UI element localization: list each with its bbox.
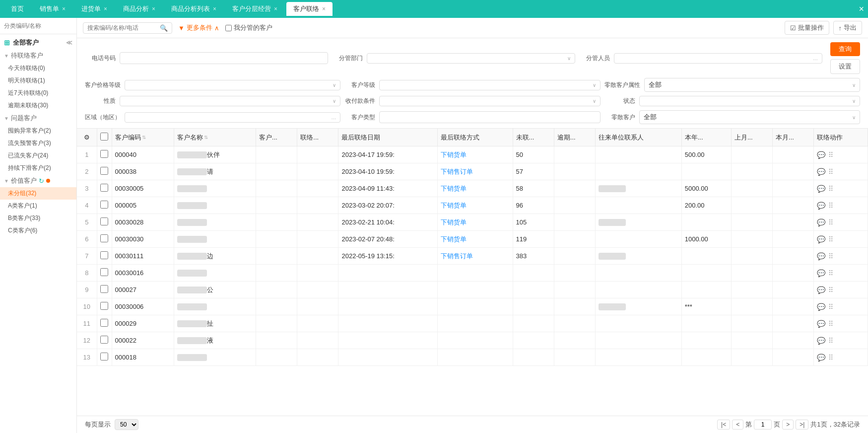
select-all-checkbox[interactable] [100,133,108,141]
row-checkbox[interactable] [97,298,112,315]
row-check[interactable] [100,319,108,327]
row-name[interactable] [174,265,256,282]
more-action-icon[interactable]: ⠿ [828,202,833,210]
last-method-link[interactable]: 下销货单 [441,235,467,243]
row-last-method[interactable] [437,332,513,349]
row-checkbox[interactable] [97,163,112,180]
row-name[interactable]: 请 [174,163,256,180]
row-last-method[interactable] [437,265,513,282]
sidebar-item-grade-c[interactable]: C类客户(6) [0,224,76,237]
last-method-link[interactable]: 下销货单 [441,202,467,209]
message-icon[interactable]: 💬 [817,202,825,210]
more-action-icon[interactable]: ⠿ [828,235,833,243]
my-customers-check[interactable] [225,25,232,31]
row-checkbox[interactable] [97,332,112,349]
message-icon[interactable]: 💬 [817,151,825,159]
row-last-method[interactable]: 下销货单 [437,231,513,248]
status-select[interactable]: ∨ [639,96,860,106]
last-method-link[interactable]: 下销货单 [441,151,467,158]
row-check[interactable] [100,353,108,361]
sidebar-item-tomorrow[interactable]: 明天待联络(1) [0,74,76,87]
row-check[interactable] [100,268,108,276]
first-page-button[interactable]: |< [717,420,730,430]
tab-customer-tier[interactable]: 客户分层经营 × [225,2,284,16]
row-name[interactable] [174,214,256,231]
customer-type-input[interactable] [379,111,600,123]
sidebar-value-group[interactable]: ▼ 价值客户 ↻ [0,174,76,187]
row-last-method[interactable]: 下销售订单 [437,163,513,180]
customer-grade-select[interactable]: ∨ [379,80,600,90]
row-name[interactable]: 公 [174,282,256,298]
tab-product-analysis[interactable]: 商品分析 × [116,2,162,16]
row-checkbox[interactable] [97,180,112,197]
name-sort-icon[interactable]: ⇅ [204,135,208,140]
filter-search-input[interactable] [87,24,157,31]
message-icon[interactable]: 💬 [817,286,825,294]
sidebar-item-declining[interactable]: 持续下滑客户(2) [0,162,76,174]
row-last-method[interactable] [437,315,513,332]
more-action-icon[interactable]: ⠿ [828,218,833,226]
export-button[interactable]: ↑ 导出 [833,21,863,35]
row-checkbox[interactable] [97,282,112,298]
code-sort-icon[interactable]: ⇅ [142,135,146,140]
sidebar-search-input[interactable] [4,22,77,29]
row-name[interactable]: 伙伴 [174,146,256,163]
row-name[interactable] [174,349,256,366]
row-checkbox[interactable] [97,248,112,265]
page-input[interactable] [754,420,772,430]
close-all-button[interactable]: × [859,4,864,14]
row-checkbox[interactable] [97,265,112,282]
price-grade-select[interactable]: ∨ [125,80,340,90]
more-action-icon[interactable]: ⠿ [828,252,833,260]
next-page-button[interactable]: > [782,420,794,430]
row-last-method[interactable]: 下销货单 [437,146,513,163]
last-page-button[interactable]: >| [796,420,808,430]
row-check[interactable] [100,217,108,225]
message-icon[interactable]: 💬 [817,235,825,243]
row-name[interactable]: 液 [174,332,256,349]
row-last-method[interactable]: 下销货单 [437,197,513,214]
last-method-link[interactable]: 下销货单 [441,218,467,226]
scatter-customer-select[interactable]: 全部 ∨ [639,110,860,124]
region-select[interactable]: … [125,112,340,123]
more-action-icon[interactable]: ⠿ [828,168,833,176]
tab-purchase[interactable]: 进货单 × [74,2,114,16]
more-action-icon[interactable]: ⠿ [828,151,833,159]
row-check[interactable] [100,201,108,209]
tab-customer-contact-close[interactable]: × [322,5,326,12]
more-action-icon[interactable]: ⠿ [828,320,833,328]
last-method-link[interactable]: 下销售订单 [441,252,473,260]
row-check[interactable] [100,150,108,158]
manager-select[interactable]: … [614,53,822,64]
message-icon[interactable]: 💬 [817,303,825,311]
collapse-icon[interactable]: ≪ [66,39,72,46]
row-check[interactable] [100,285,108,293]
page-size-select[interactable]: 50 [115,419,138,430]
sidebar-pending-group[interactable]: ▼ 待联络客户 [0,49,76,62]
my-customers-checkbox[interactable]: 我分管的客户 [225,23,272,32]
more-action-icon[interactable]: ⠿ [828,337,833,345]
more-action-icon[interactable]: ⠿ [828,303,833,311]
more-action-icon[interactable]: ⠿ [828,269,833,277]
query-button[interactable]: 查询 [830,42,860,56]
filter-search-icon[interactable]: 🔍 [160,24,168,32]
refresh-icon[interactable]: ↻ [39,177,44,185]
row-check[interactable] [100,336,108,344]
dept-select[interactable]: ∨ [367,53,575,64]
scatter-attr-select[interactable]: 全部 ∨ [644,78,860,92]
tab-purchase-close[interactable]: × [104,5,107,12]
message-icon[interactable]: 💬 [817,337,825,345]
row-checkbox[interactable] [97,197,112,214]
tab-sales[interactable]: 销售单 × [33,2,72,16]
row-check[interactable] [100,234,108,242]
message-icon[interactable]: 💬 [817,168,825,176]
row-check[interactable] [100,251,108,259]
more-action-icon[interactable]: ⠿ [828,354,833,361]
row-checkbox[interactable] [97,214,112,231]
sidebar-item-grade-b[interactable]: B类客户(33) [0,212,76,224]
row-checkbox[interactable] [97,231,112,248]
tab-customer-tier-close[interactable]: × [274,5,277,12]
row-name[interactable]: 边 [174,248,256,265]
sidebar-problem-group[interactable]: ▼ 问题客户 [0,112,76,125]
filter-search-box[interactable]: 🔍 [83,22,172,34]
